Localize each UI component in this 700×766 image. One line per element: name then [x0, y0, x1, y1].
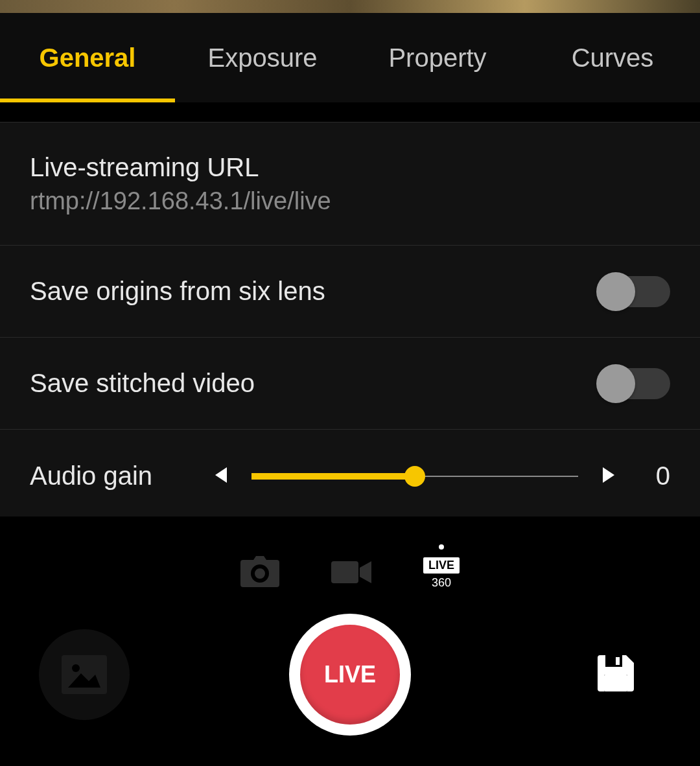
mode-selector: LIVE 360	[0, 516, 700, 607]
slider-fill	[251, 473, 415, 480]
live-url-value: rtmp://192.168.43.1/live/live	[30, 187, 670, 215]
save-button[interactable]	[598, 655, 634, 694]
svg-rect-8	[605, 655, 622, 667]
save-origins-toggle[interactable]	[599, 276, 670, 307]
tab-label: Property	[388, 43, 486, 73]
mode-photo-button[interactable]	[240, 556, 279, 591]
audio-gain-row: Audio gain 0	[0, 429, 700, 523]
audio-gain-decrease-button[interactable]	[211, 465, 232, 488]
bottom-bar: LIVE 360 LIVE	[0, 516, 700, 766]
live-url-label: Live-streaming URL	[30, 153, 670, 182]
svg-rect-5	[62, 655, 107, 694]
record-inner: LIVE	[300, 625, 400, 725]
image-icon	[62, 655, 107, 694]
camera-preview-strip	[0, 0, 700, 13]
save-origins-row: Save origins from six lens	[0, 245, 700, 337]
tab-general[interactable]: General	[0, 13, 175, 102]
tab-curves[interactable]: Curves	[525, 13, 700, 102]
live-360-icon: LIVE 360	[423, 557, 460, 590]
tab-label: Curves	[572, 43, 654, 73]
slider-thumb	[404, 466, 425, 487]
main-controls: LIVE	[0, 614, 700, 736]
save-stitched-row: Save stitched video	[0, 337, 700, 429]
audio-gain-controls	[211, 465, 618, 488]
svg-rect-11	[604, 675, 627, 691]
settings-panel: Live-streaming URL rtmp://192.168.43.1/l…	[0, 122, 700, 523]
live-badge: LIVE	[423, 557, 460, 574]
save-origins-label: Save origins from six lens	[30, 277, 325, 306]
camera-icon	[240, 556, 279, 588]
toggle-knob	[596, 272, 635, 311]
mode-live360-button[interactable]: LIVE 360	[423, 557, 460, 590]
audio-gain-label: Audio gain	[30, 461, 211, 491]
svg-marker-4	[360, 561, 371, 583]
save-stitched-toggle[interactable]	[599, 368, 670, 399]
tab-label: Exposure	[208, 43, 318, 73]
tab-label: General	[40, 43, 136, 73]
tab-property[interactable]: Property	[350, 13, 525, 102]
svg-marker-0	[215, 467, 227, 483]
svg-rect-9	[616, 657, 620, 665]
gallery-button[interactable]	[39, 629, 130, 720]
audio-gain-increase-button[interactable]	[598, 465, 618, 488]
tabs-bar: General Exposure Property Curves	[0, 13, 700, 102]
save-stitched-label: Save stitched video	[30, 369, 255, 398]
mode-active-dot-icon	[439, 544, 444, 550]
triangle-right-icon	[598, 465, 618, 485]
triangle-left-icon	[211, 465, 232, 485]
record-live-button[interactable]: LIVE	[289, 614, 411, 736]
live-url-row[interactable]: Live-streaming URL rtmp://192.168.43.1/l…	[0, 122, 700, 245]
svg-rect-3	[331, 561, 358, 583]
record-label: LIVE	[324, 661, 376, 688]
mode-video-button[interactable]	[331, 559, 371, 588]
audio-gain-value: 0	[618, 461, 670, 491]
live-360-label: 360	[432, 576, 451, 590]
audio-gain-slider[interactable]	[251, 467, 578, 486]
svg-point-6	[72, 664, 80, 672]
toggle-knob	[596, 364, 635, 403]
tab-exposure[interactable]: Exposure	[175, 13, 350, 102]
video-icon	[331, 559, 371, 586]
save-floppy-icon	[598, 655, 634, 691]
svg-marker-1	[603, 467, 614, 483]
